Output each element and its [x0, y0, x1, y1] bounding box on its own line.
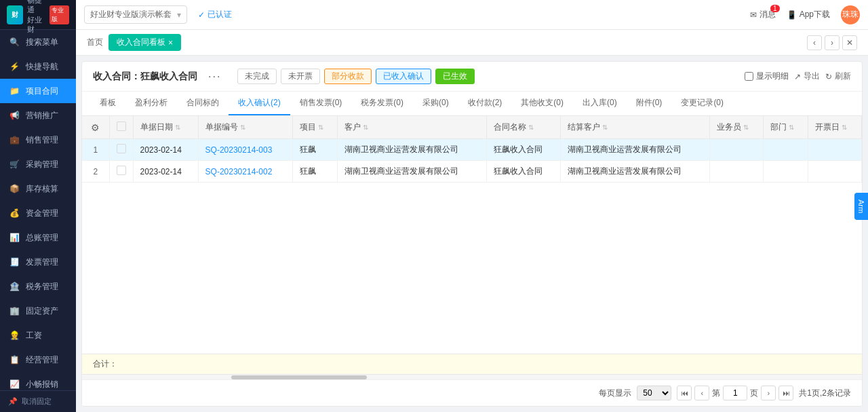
scrollbar-thumb[interactable] — [231, 375, 367, 379]
row-checkbox[interactable] — [109, 161, 133, 183]
table-row[interactable]: 1 2023-02-14 SQ-20230214-003 狂飙 湖南卫视商业运营… — [82, 139, 862, 161]
status-btn-effective[interactable]: 已生效 — [435, 69, 475, 84]
sidebar-item-label: 工资 — [26, 330, 42, 341]
sidebar-item-operations[interactable]: 📋 经营管理 — [0, 348, 76, 372]
col-number[interactable]: 单据编号 ⇅ — [198, 116, 293, 139]
close-icon[interactable]: × — [168, 38, 173, 48]
message-action[interactable]: ✉ 消息 1 — [750, 9, 776, 20]
sidebar-item-search[interactable]: 🔍 搜索菜单 — [0, 30, 76, 54]
export-label: 导出 — [804, 71, 820, 82]
row-index: 1 — [82, 139, 109, 161]
sidebar-item-invoice[interactable]: 🧾 发票管理 — [0, 250, 76, 274]
invoice-icon: 🧾 — [8, 256, 20, 268]
sidebar-item-finance[interactable]: 💰 资金管理 — [0, 201, 76, 225]
sidebar: 财 畅捷通 好业财 专业版 🔍 搜索菜单 ⚡ 快捷导航 📁 项目合同 📢 营销推… — [0, 0, 76, 412]
status-btn-incomplete[interactable]: 未完成 — [237, 69, 277, 84]
tab-tax-invoice[interactable]: 税务发票(0) — [351, 92, 413, 115]
sidebar-item-sales[interactable]: 💼 销售管理 — [0, 128, 76, 152]
tab-attachment[interactable]: 附件(0) — [627, 92, 672, 115]
sidebar-item-salary[interactable]: 👷 工资 — [0, 323, 76, 348]
sidebar-item-label: 项目合同 — [26, 86, 58, 97]
app-download-label: App下载 — [800, 9, 830, 20]
sidebar-item-expense[interactable]: 📈 小畅报销 — [0, 372, 76, 390]
col-settlement-customer[interactable]: 结算客户 ⇅ — [560, 116, 709, 139]
sidebar-item-label: 经营管理 — [26, 354, 58, 366]
horizontal-scrollbar[interactable] — [82, 374, 862, 379]
edition-badge: 专业版 — [50, 5, 69, 24]
col-customer[interactable]: 客户 ⇅ — [337, 116, 486, 139]
sidebar-item-label: 采购管理 — [26, 159, 58, 170]
col-settings[interactable]: ⚙ — [82, 116, 109, 139]
more-button[interactable]: ··· — [205, 71, 224, 83]
col-date[interactable]: 单据日期 ⇅ — [133, 116, 198, 139]
page-number-input[interactable] — [723, 386, 747, 400]
record-link[interactable]: SQ-20230214-002 — [205, 167, 273, 176]
col-bill-date[interactable]: 开票日 ⇅ — [808, 116, 861, 139]
row-salesperson — [709, 161, 763, 183]
sidebar-item-purchase[interactable]: 🛒 采购管理 — [0, 152, 76, 176]
home-breadcrumb[interactable]: 首页 — [87, 37, 103, 48]
status-btn-partial-receipt[interactable]: 部分收款 — [324, 69, 372, 84]
tab-profit-analysis[interactable]: 盈利分析 — [125, 92, 177, 115]
first-page-button[interactable]: ⏮ — [677, 386, 692, 400]
tab-kanban[interactable]: 看板 — [90, 92, 125, 115]
row-number[interactable]: SQ-20230214-002 — [198, 161, 293, 183]
company-selector[interactable]: 好业财专业版演示帐套 ▾ — [84, 5, 187, 24]
row-bill-date — [808, 139, 861, 161]
active-tab[interactable]: 收入合同看板 × — [108, 34, 181, 51]
app-download-action[interactable]: 📱 App下载 — [787, 9, 830, 20]
nav-close-button[interactable]: ✕ — [842, 35, 857, 50]
float-action-button[interactable]: Arm — [854, 192, 868, 219]
sidebar-item-label: 营销推广 — [26, 110, 58, 121]
sidebar-item-project-contract[interactable]: 📁 项目合同 — [0, 79, 76, 103]
tax-icon: 🏦 — [8, 280, 20, 293]
sidebar-item-ledger[interactable]: 📊 总账管理 — [0, 225, 76, 250]
tab-purchase[interactable]: 采购(0) — [413, 92, 458, 115]
page-size-select[interactable]: 50 20 100 — [637, 386, 671, 400]
tab-other-income[interactable]: 其他收支(0) — [511, 92, 573, 115]
content-panel: 收入合同：狂飙收入合同 ··· 未完成 未开票 部分收款 已收入确认 已生效 显… — [81, 61, 863, 407]
tab-payment[interactable]: 收付款(2) — [458, 92, 512, 115]
page-nav: ⏮ ‹ 第 页 › ⏭ — [677, 386, 793, 400]
detail-checkbox-input[interactable] — [745, 72, 753, 81]
sidebar-item-fixed-assets[interactable]: 🏢 固定资产 — [0, 299, 76, 323]
sidebar-item-tax[interactable]: 🏦 税务管理 — [0, 274, 76, 299]
status-btn-confirmed[interactable]: 已收入确认 — [376, 69, 431, 84]
col-checkbox[interactable] — [109, 116, 133, 139]
row-settlement: 湖南卫视商业运营发展有限公司 — [560, 161, 709, 183]
message-badge: 1 — [770, 5, 780, 12]
table-row[interactable]: 2 2023-02-14 SQ-20230214-002 狂飙 湖南卫视商业运营… — [82, 161, 862, 183]
sidebar-item-marketing[interactable]: 📢 营销推广 — [0, 103, 76, 128]
nav-prev-button[interactable]: ‹ — [807, 35, 822, 50]
nav-next-button[interactable]: › — [825, 35, 840, 50]
refresh-action[interactable]: ↻ 刷新 — [825, 71, 851, 82]
export-action[interactable]: ↗ 导出 — [794, 71, 820, 82]
row-checkbox[interactable] — [109, 139, 133, 161]
show-detail-checkbox[interactable]: 显示明细 — [745, 71, 789, 82]
prev-page-button[interactable]: ‹ — [694, 386, 709, 400]
next-page-button[interactable]: › — [761, 386, 776, 400]
sidebar-item-inventory[interactable]: 📦 库存核算 — [0, 176, 76, 201]
table-footer: 合计： — [82, 354, 862, 374]
footer-total-label: 合计： — [93, 359, 117, 369]
col-contract[interactable]: 合同名称 ⇅ — [487, 116, 560, 139]
status-btn-not-invoiced[interactable]: 未开票 — [281, 69, 320, 84]
unpin-label: 取消固定 — [22, 396, 52, 407]
col-salesperson[interactable]: 业务员 ⇅ — [709, 116, 763, 139]
sidebar-footer[interactable]: 📌 取消固定 — [0, 390, 76, 412]
record-link[interactable]: SQ-20230214-003 — [205, 145, 273, 155]
row-number[interactable]: SQ-20230214-003 — [198, 139, 293, 161]
last-page-button[interactable]: ⏭ — [778, 386, 793, 400]
tab-revenue-confirm[interactable]: 收入确认(2) — [229, 92, 290, 115]
tab-contract-subject[interactable]: 合同标的 — [177, 92, 229, 115]
tab-change-log[interactable]: 变更记录(0) — [671, 92, 733, 115]
sidebar-item-quick-nav[interactable]: ⚡ 快捷导航 — [0, 54, 76, 79]
col-project[interactable]: 项目 ⇅ — [293, 116, 337, 139]
col-department[interactable]: 部门 ⇅ — [764, 116, 808, 139]
row-settlement: 湖南卫视商业运营发展有限公司 — [560, 139, 709, 161]
tab-sales-invoice[interactable]: 销售发票(0) — [290, 92, 352, 115]
tab-warehouse[interactable]: 出入库(0) — [573, 92, 627, 115]
table-container: ⚙ 单据日期 ⇅ 单据编号 ⇅ 项目 ⇅ 客户 ⇅ 合同名称 ⇅ 结算客户 ⇅ … — [82, 116, 862, 354]
total-info: 共1页,2条记录 — [799, 388, 851, 399]
user-action[interactable]: 珠珠 — [841, 5, 860, 24]
